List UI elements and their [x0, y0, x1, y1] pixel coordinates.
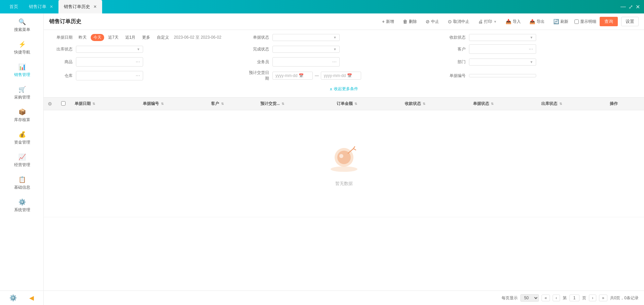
tab-sales-order-history-close[interactable]: ✕ — [93, 4, 97, 9]
warehouse-dots[interactable]: ··· — [136, 73, 140, 79]
filter-row-2: 出库状态 ▼ 完成状态 ▼ 客户 — [49, 44, 639, 54]
select-all-checkbox[interactable] — [61, 101, 66, 106]
print-button[interactable]: 🖨 打印 ▼ — [475, 17, 500, 26]
customer-select[interactable]: ··· — [469, 44, 536, 54]
date-tab-last7[interactable]: 近7天 — [105, 34, 121, 41]
export-button[interactable]: 📤 导出 — [527, 17, 547, 26]
date-tabs: 昨天 今天 近7天 近1月 更多 自定义 — [76, 34, 172, 41]
empty-state-cell: 暂无数据 — [44, 110, 644, 217]
complete-status-select[interactable]: ▼ — [272, 46, 340, 53]
delivery-date-end-input[interactable]: yyyy-mm-dd 📅 — [321, 72, 361, 80]
svg-point-0 — [331, 166, 357, 172]
tab-sales-order-history[interactable]: 销售订单历史 ✕ — [58, 0, 102, 13]
th-order-no[interactable]: 单据编号 ⇅ — [139, 98, 207, 110]
prev-page-button[interactable]: ‹ — [553, 295, 560, 301]
import-icon: 📥 — [506, 19, 511, 24]
delivery-status-select[interactable]: ▼ — [76, 46, 143, 53]
window-close-icon[interactable]: ✕ — [636, 4, 640, 10]
sidebar-item-search-menu[interactable]: 🔍 搜索菜单 — [0, 13, 43, 36]
date-tab-more[interactable]: 更多 — [139, 34, 153, 41]
empty-state-row: 暂无数据 — [44, 110, 644, 217]
sort-order-status-icon: ⇅ — [491, 102, 493, 106]
page-prefix: 第 — [563, 295, 567, 301]
warehouse-select[interactable]: ··· — [76, 71, 143, 80]
sidebar-item-inventory[interactable]: 📦 库存核算 — [0, 104, 43, 126]
goods-select[interactable]: ··· — [76, 57, 143, 67]
quick-nav-icon: ⚡ — [18, 41, 26, 48]
tab-home[interactable]: 首页 — [4, 0, 24, 13]
table-body: 暂无数据 — [44, 110, 644, 217]
customer-dots[interactable]: ··· — [529, 46, 533, 52]
date-label: 单据日期 — [49, 35, 76, 40]
stop-button[interactable]: ⊘ 中止 — [423, 17, 442, 26]
department-select[interactable]: ▼ — [469, 59, 536, 66]
date-tab-custom[interactable]: 自定义 — [154, 34, 172, 41]
delivery-date-start-input[interactable]: yyyy-mm-dd 📅 — [272, 72, 313, 80]
delivery-status-label: 出库状态 — [49, 46, 76, 52]
sidebar-item-quick-nav[interactable]: ⚡ 快捷导航 — [0, 36, 43, 59]
next-page-button[interactable]: › — [589, 295, 596, 301]
window-maximize-icon[interactable]: ⤢ — [629, 4, 633, 10]
first-page-button[interactable]: « — [542, 295, 550, 301]
salesperson-select[interactable]: ··· — [272, 57, 340, 67]
collapse-bar[interactable]: ∧ 收起更多条件 — [49, 85, 639, 93]
main-layout: 🔍 搜索菜单 ⚡ 快捷导航 📊 销售管理 🛒 采购管理 📦 库存核算 💰 资金管… — [0, 13, 644, 305]
empty-state: 暂无数据 — [48, 114, 640, 214]
import-button[interactable]: 📥 导入 — [503, 17, 523, 26]
calendar-start-icon: 📅 — [299, 73, 304, 78]
th-customer[interactable]: 客户 ⇅ — [207, 98, 256, 110]
order-no-input[interactable] — [469, 74, 536, 77]
delivery-date-control: yyyy-mm-dd 📅 — yyyy-mm-dd 📅 — [272, 72, 442, 80]
sidebar-item-basic-info[interactable]: 📋 基础信息 — [0, 171, 43, 194]
new-button[interactable]: + 新增 — [379, 17, 397, 26]
delete-button[interactable]: 🗑 删除 — [400, 17, 420, 26]
per-page-select[interactable]: 50 10 20 100 — [520, 294, 539, 302]
date-tab-today[interactable]: 今天 — [91, 34, 104, 41]
date-separator: — — [315, 73, 319, 78]
customer-control: ··· — [469, 44, 639, 54]
sidebar-item-sales-mgmt[interactable]: 📊 销售管理 — [0, 59, 43, 81]
goods-label: 商品 — [49, 59, 76, 65]
sidebar-item-purchase-mgmt[interactable]: 🛒 采购管理 — [0, 81, 43, 104]
display-toggle-checkbox[interactable] — [574, 20, 579, 24]
empty-text: 暂无数据 — [335, 181, 353, 187]
order-status-select[interactable]: ▼ — [272, 34, 340, 41]
delivery-status-arrow: ▼ — [137, 47, 140, 51]
toolbar: + 新增 🗑 删除 ⊘ 中止 ⊙ 取消中止 🖨 打印 — [379, 17, 639, 26]
sidebar-item-operations[interactable]: 📈 经营管理 — [0, 149, 43, 171]
order-no-label: 单据编号 — [442, 73, 469, 79]
salesperson-dots[interactable]: ··· — [332, 59, 337, 65]
window-minimize-icon[interactable]: — — [620, 4, 626, 10]
order-no-control — [469, 74, 639, 77]
last-page-button[interactable]: » — [599, 295, 607, 301]
th-amount[interactable]: 订单金额 ⇅ — [333, 98, 401, 110]
cancel-stop-button[interactable]: ⊙ 取消中止 — [445, 17, 472, 26]
th-delivery-status[interactable]: 出库状态 ⇅ — [537, 98, 605, 110]
sidebar-collapse-icon[interactable]: ◀ — [29, 294, 34, 302]
warehouse-label: 仓库 — [49, 73, 76, 79]
print-dropdown-icon: ▼ — [493, 20, 497, 24]
sidebar-settings-icon[interactable]: ⚙️ — [9, 294, 17, 302]
query-button[interactable]: 查询 — [600, 17, 618, 26]
date-tab-last1m[interactable]: 近1月 — [123, 34, 138, 41]
th-date[interactable]: 单据日期 ⇅ — [71, 98, 139, 110]
payment-status-control: ▼ — [469, 34, 639, 41]
date-tab-yesterday[interactable]: 昨天 — [76, 34, 89, 41]
sidebar-item-system-mgmt[interactable]: ⚙️ 系统管理 — [0, 194, 43, 216]
goods-dots[interactable]: ··· — [136, 59, 140, 65]
th-order-status[interactable]: 单据状态 ⇅ — [469, 98, 537, 110]
th-delivery-date[interactable]: 预计交货... ⇅ — [256, 98, 333, 110]
pagination: 每页显示 50 10 20 100 « ‹ 第 1 页 › » 共0页，0条记录 — [44, 291, 644, 305]
tab-sales-order[interactable]: 销售订单 ✕ — [24, 0, 58, 13]
current-page-input[interactable]: 1 — [569, 295, 579, 301]
th-settings: ⚙ — [44, 98, 57, 110]
tab-sales-order-close[interactable]: ✕ — [50, 4, 53, 9]
table-header-row: ⚙ 单据日期 ⇅ 单据编号 ⇅ — [44, 98, 644, 110]
refresh-button[interactable]: 🔄 刷新 — [551, 17, 571, 26]
settings-button[interactable]: 设置 — [621, 17, 639, 26]
filter-row-1: 单据日期 昨天 今天 近7天 近1月 更多 自定义 2023-06-02 至 2… — [49, 34, 639, 41]
th-payment-status[interactable]: 收款状态 ⇅ — [401, 98, 469, 110]
table-settings-icon[interactable]: ⚙ — [48, 101, 52, 107]
payment-status-select[interactable]: ▼ — [469, 34, 536, 41]
sidebar-item-finance[interactable]: 💰 资金管理 — [0, 126, 43, 149]
